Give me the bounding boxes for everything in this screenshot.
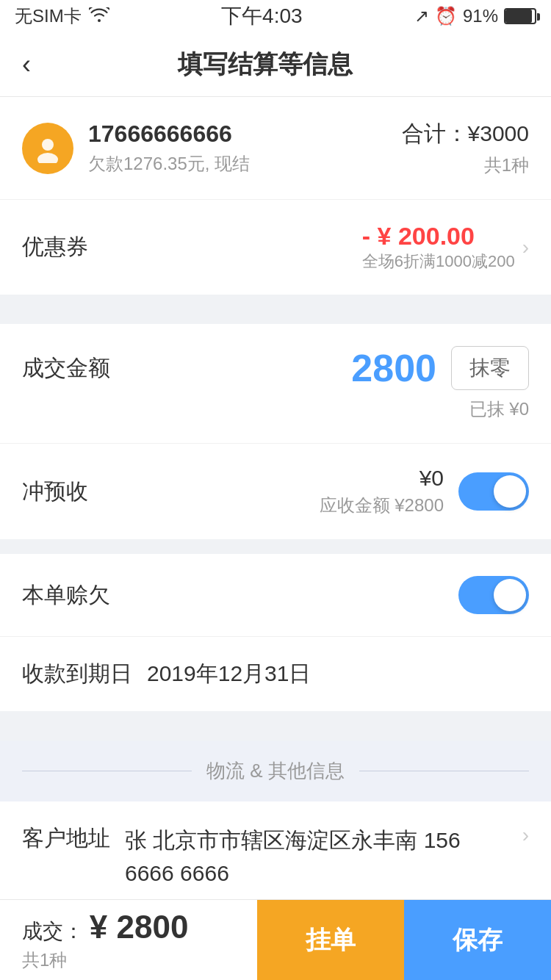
battery-icon [504,8,536,24]
coupon-description: 全场6折满1000减200 [362,251,515,273]
customer-left: 17666666666 欠款1276.35元, 现结 [22,120,250,176]
footer-transaction-row: 成交： ¥ 2800 [22,909,235,945]
coupon-discount: - ¥ 200.00 [362,222,515,251]
status-left: 无SIM卡 [15,4,109,28]
status-bar: 无SIM卡 下午4:03 ↗ ⏰ 91% [0,0,551,32]
logistics-header: 物流 & 其他信息 [0,741,551,801]
customer-debt: 欠款1276.35元, 现结 [88,152,250,176]
section-divider-1 [0,309,551,324]
carrier-label: 无SIM卡 [15,4,82,28]
back-button[interactable]: ‹ [22,42,46,87]
chevron-right-icon: › [522,236,529,259]
debt-toggle[interactable] [458,576,529,614]
prepay-amount-wrap: ¥0 应收金额 ¥2800 [320,466,444,517]
address-value: 张 北京市市辖区海淀区永丰南 156 6666 6666 [125,824,508,890]
customer-card: 17666666666 欠款1276.35元, 现结 合计：¥3000 共1种 … [0,97,551,295]
status-time: 下午4:03 [221,2,303,30]
coupon-row[interactable]: 优惠券 - ¥ 200.00 全场6折满1000减200 › [0,199,551,295]
due-date-section: 收款到期日 2019年12月31日 [0,636,551,711]
round-button[interactable]: 抹零 [451,346,529,390]
footer-count: 共1种 [22,948,235,972]
coupon-right: - ¥ 200.00 全场6折满1000减200 › [362,222,529,273]
page-title: 填写结算等信息 [46,48,485,82]
prepay-row: 冲预收 ¥0 应收金额 ¥2800 [0,443,551,539]
prepay-right: ¥0 应收金额 ¥2800 [320,466,529,517]
battery-percent: 91% [463,6,498,26]
status-right: ↗ ⏰ 91% [414,6,536,26]
logistics-title: 物流 & 其他信息 [206,758,345,784]
prepay-amount: ¥0 [320,466,444,491]
customer-total: 合计：¥3000 共1种 [402,119,529,177]
nav-bar: ‹ 填写结算等信息 [0,32,551,97]
prepay-label: 冲预收 [22,477,88,507]
coupon-label: 优惠券 [22,232,88,262]
section-divider-2 [0,539,551,554]
customer-phone: 17666666666 [88,120,250,148]
address-chevron-icon: › [522,824,529,847]
svg-point-1 [37,153,58,163]
address-label: 客户地址 [22,824,110,854]
wifi-icon [89,6,109,26]
alarm-icon: ⏰ [435,6,457,26]
debt-row: 本单赊欠 [0,554,551,636]
due-date-label: 收款到期日 [22,659,132,689]
battery-fill [505,10,532,23]
address-section[interactable]: 客户地址 张 北京市市辖区海淀区永丰南 156 6666 6666 › [0,801,551,912]
due-date-row: 收款到期日 2019年12月31日 [22,659,529,689]
footer-amount: ¥ 2800 [90,909,189,945]
amount-section: 成交金额 2800 抹零 已抹 ¥0 [0,324,551,443]
debt-card: 本单赊欠 收款到期日 2019年12月31日 [0,554,551,711]
debt-label: 本单赊欠 [22,580,110,610]
total-amount: 合计：¥3000 [402,119,529,149]
logistics-line-right [359,771,529,771]
amount-row: 成交金额 2800 抹零 [22,346,529,390]
footer-info: 成交： ¥ 2800 共1种 [0,909,257,972]
svg-point-0 [42,139,54,151]
content: 17666666666 欠款1276.35元, 现结 合计：¥3000 共1种 … [0,97,551,980]
customer-details: 17666666666 欠款1276.35元, 现结 [88,120,250,176]
bottom-footer: 成交： ¥ 2800 共1种 挂单 保存 [0,899,551,980]
amount-sub: 已抹 ¥0 [22,397,529,421]
customer-info-row: 17666666666 欠款1276.35元, 现结 合计：¥3000 共1种 [0,97,551,199]
hang-button[interactable]: 挂单 [257,900,404,981]
prepay-toggle[interactable] [458,472,529,511]
avatar [22,123,73,174]
due-date-value: 2019年12月31日 [147,659,311,689]
prepay-receivable: 应收金额 ¥2800 [320,494,444,517]
amount-right: 2800 抹零 [351,346,529,390]
total-count: 共1种 [402,154,529,177]
section-divider-3 [0,726,551,741]
amount-label: 成交金额 [22,353,110,383]
amount-value: 2800 [351,346,436,390]
logistics-line-left [22,771,192,771]
footer-transaction-label: 成交： [22,920,84,943]
save-button[interactable]: 保存 [404,900,551,981]
location-icon: ↗ [414,6,429,26]
